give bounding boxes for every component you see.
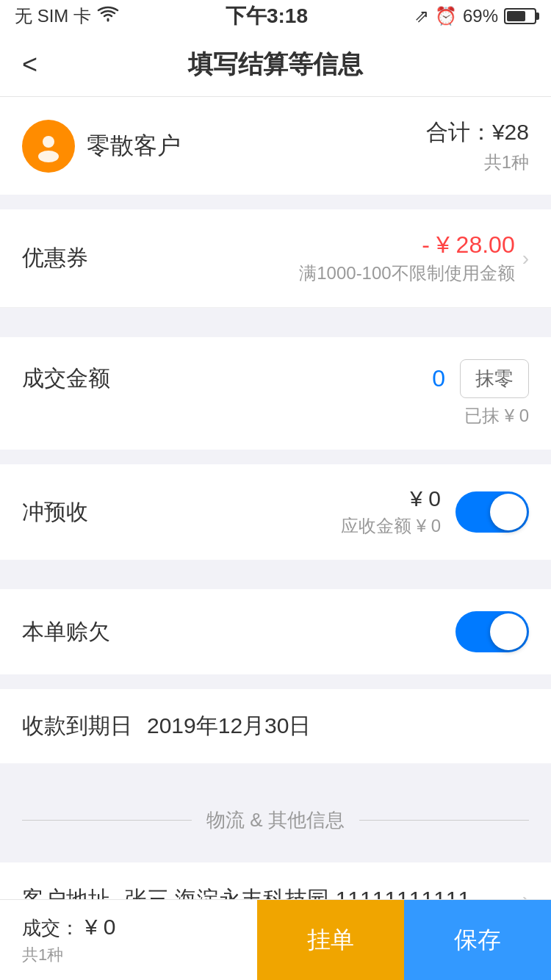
location-icon: ⇗	[414, 6, 429, 26]
deal-amount-right: 0 抹零	[432, 359, 529, 398]
customer-name: 零散客户	[87, 130, 181, 162]
bottom-deal-row: 成交： ¥ 0	[22, 915, 235, 941]
bottom-deal-label: 成交：	[22, 917, 79, 939]
coupon-discount: - ¥ 28.00	[299, 231, 514, 259]
coupon-row[interactable]: 优惠券 - ¥ 28.00 满1000-100不限制使用金额 ›	[0, 209, 551, 308]
customer-total: 合计：¥28	[426, 118, 529, 148]
arrearage-toggle-thumb	[490, 613, 527, 650]
status-bar: 无 SIM 卡 下午3:18 ⇗ ⏰ 69%	[0, 0, 551, 32]
deal-amount-label: 成交金额	[22, 364, 110, 394]
status-right: ⇗ ⏰ 69%	[414, 6, 536, 26]
section-divider-2	[0, 574, 551, 589]
carrier-text: 无 SIM 卡	[15, 4, 91, 28]
logistics-text: 物流 & 其他信息	[206, 807, 345, 833]
status-left: 无 SIM 卡	[15, 4, 119, 28]
wifi-icon	[97, 6, 119, 26]
battery-icon	[504, 8, 536, 24]
coupon-label: 优惠券	[22, 243, 88, 273]
chevron-right-icon: ›	[522, 247, 529, 270]
customer-totals: 合计：¥28 共1种	[426, 118, 529, 174]
logistics-line-right	[359, 820, 529, 821]
arrearage-toggle[interactable]	[455, 611, 529, 652]
svg-point-0	[43, 136, 54, 148]
alarm-icon: ⏰	[435, 6, 457, 26]
section-divider-1	[0, 323, 551, 337]
battery-percent: 69%	[463, 6, 498, 26]
section-divider-3	[0, 778, 551, 793]
customer-info: 零散客户	[22, 120, 181, 173]
logistics-header: 物流 & 其他信息	[0, 793, 551, 848]
nav-bar: < 填写结算等信息	[0, 32, 551, 97]
customer-count: 共1种	[426, 151, 529, 174]
hold-button[interactable]: 挂单	[257, 900, 404, 981]
bottom-deal-amount: ¥ 0	[85, 915, 116, 939]
coupon-info: - ¥ 28.00 满1000-100不限制使用金额	[299, 231, 514, 285]
customer-row: 零散客户 合计：¥28 共1种	[0, 97, 551, 195]
arrearage-label: 本单赊欠	[22, 617, 110, 647]
prepay-amount-info: ¥ 0 应收金额 ¥ 0	[341, 486, 441, 538]
duedate-label: 收款到期日	[22, 711, 132, 741]
bottom-summary: 成交： ¥ 0 共1种	[0, 915, 257, 966]
prepay-right: ¥ 0 应收金额 ¥ 0	[341, 486, 529, 538]
prepay-amount: ¥ 0	[341, 486, 441, 511]
duedate-value: 2019年12月30日	[147, 711, 311, 741]
back-button[interactable]: <	[22, 49, 37, 80]
bottom-count: 共1种	[22, 944, 235, 966]
coupon-desc: 满1000-100不限制使用金额	[299, 262, 514, 285]
deal-amount-row: 成交金额 0 抹零	[22, 359, 529, 398]
prepay-sub: 应收金额 ¥ 0	[341, 514, 441, 538]
avatar	[22, 120, 75, 173]
deal-amount-section: 成交金额 0 抹零 已抹 ¥ 0	[0, 337, 551, 450]
coupon-right: - ¥ 28.00 满1000-100不限制使用金额 ›	[299, 231, 529, 285]
status-time: 下午3:18	[226, 2, 308, 30]
prepay-section: 冲预收 ¥ 0 应收金额 ¥ 0	[0, 464, 551, 560]
round-zero-button[interactable]: 抹零	[460, 359, 529, 398]
svg-point-1	[38, 151, 59, 162]
page-title: 填写结算等信息	[188, 48, 363, 82]
prepay-toggle[interactable]	[455, 491, 529, 533]
content-area: 零散客户 合计：¥28 共1种 优惠券 - ¥ 28.00 满1000-100不…	[0, 97, 551, 980]
save-button[interactable]: 保存	[404, 900, 551, 981]
prepay-row: 冲预收 ¥ 0 应收金额 ¥ 0	[22, 486, 529, 538]
bottom-bar: 成交： ¥ 0 共1种 挂单 保存	[0, 899, 551, 980]
arrearage-section: 本单赊欠	[0, 589, 551, 674]
toggle-thumb	[490, 494, 527, 530]
duedate-section: 收款到期日 2019年12月30日	[0, 689, 551, 763]
deal-amount-value[interactable]: 0	[432, 365, 445, 392]
deal-amount-sub: 已抹 ¥ 0	[22, 404, 529, 428]
logistics-line-left	[22, 820, 192, 821]
prepay-label: 冲预收	[22, 497, 88, 527]
